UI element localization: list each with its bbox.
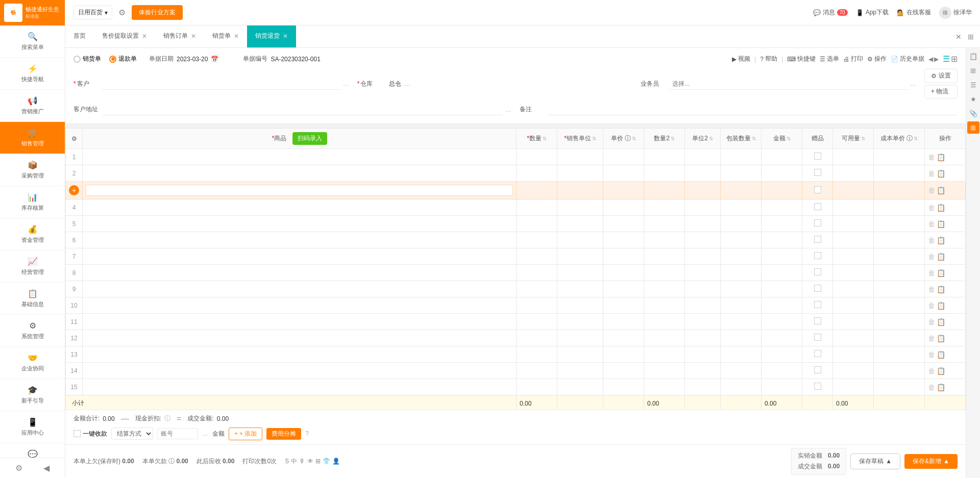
- gift-cell[interactable]: [802, 314, 833, 330]
- tab-price-settings[interactable]: 售价提取设置 ✕: [94, 26, 155, 47]
- sales-unit-cell[interactable]: [557, 363, 603, 379]
- sidebar-item-system[interactable]: ⚙ 系统管理: [0, 315, 65, 347]
- cost-unit-cell[interactable]: [874, 314, 925, 330]
- next-record-icon[interactable]: ▶: [934, 56, 939, 63]
- delete-icon[interactable]: 🗑: [928, 285, 935, 293]
- copy-icon[interactable]: 📋: [937, 220, 945, 228]
- unit2-cell[interactable]: [685, 216, 721, 232]
- unit2-cell[interactable]: [685, 297, 721, 314]
- logistics-btn[interactable]: + 物流: [924, 85, 958, 98]
- amount-cell[interactable]: [762, 149, 802, 165]
- sales-unit-cell[interactable]: [557, 314, 603, 330]
- tab-sales-order[interactable]: 销售订单 ✕: [155, 26, 204, 47]
- copy-icon[interactable]: 📋: [937, 318, 945, 326]
- notes-input[interactable]: [548, 104, 958, 115]
- qty-cell[interactable]: [517, 182, 557, 199]
- available-cell[interactable]: [833, 199, 874, 216]
- qty-cell[interactable]: [517, 379, 557, 395]
- product-cell[interactable]: [83, 248, 517, 265]
- unit-price-cell[interactable]: [603, 314, 644, 330]
- gift-cell[interactable]: [802, 182, 833, 199]
- sales-unit-cell[interactable]: [557, 346, 603, 363]
- amount-cell[interactable]: [762, 297, 802, 314]
- unit-price-cell[interactable]: [603, 232, 644, 248]
- help-action[interactable]: ? 帮助: [760, 55, 777, 63]
- customer-dots[interactable]: …: [343, 80, 349, 87]
- product-cell[interactable]: [83, 216, 517, 232]
- product-cell[interactable]: [83, 199, 517, 216]
- online-service-item[interactable]: 💁 在线客服: [897, 8, 931, 17]
- delete-icon[interactable]: 🗑: [928, 204, 935, 212]
- available-cell[interactable]: [833, 149, 874, 165]
- history-action[interactable]: 📄 历史单据: [891, 55, 924, 63]
- available-cell[interactable]: [833, 248, 874, 265]
- cost-unit-cell[interactable]: [874, 182, 925, 199]
- calc-method-select[interactable]: 结算方式: [111, 427, 153, 440]
- close-price-settings[interactable]: ✕: [142, 33, 147, 40]
- available-cell[interactable]: [833, 265, 874, 281]
- cost-unit-cell[interactable]: [874, 346, 925, 363]
- gift-cell[interactable]: [802, 265, 833, 281]
- qty-cell[interactable]: [517, 232, 557, 248]
- address-input[interactable]: [102, 104, 502, 115]
- gift-cell[interactable]: [802, 330, 833, 346]
- copy-icon[interactable]: 📋: [937, 285, 945, 293]
- sales-unit-cell[interactable]: [557, 248, 603, 265]
- gift-cell[interactable]: [802, 149, 833, 165]
- qty2-cell[interactable]: [644, 297, 685, 314]
- gift-checkbox[interactable]: [814, 186, 821, 193]
- gift-checkbox[interactable]: [814, 285, 821, 292]
- unit-price-cell[interactable]: [603, 265, 644, 281]
- delete-icon[interactable]: 🗑: [928, 269, 935, 277]
- unit2-cell[interactable]: [685, 314, 721, 330]
- amount-cell[interactable]: [762, 363, 802, 379]
- right-icon-6[interactable]: ⊞: [967, 121, 979, 134]
- unit2-cell[interactable]: [685, 232, 721, 248]
- unit-price-cell[interactable]: [603, 199, 644, 216]
- pkg-qty-cell[interactable]: [721, 379, 762, 395]
- amount-cell[interactable]: [762, 248, 802, 265]
- one-click-pay-checkbox[interactable]: 一键收款: [74, 430, 107, 438]
- qty2-cell[interactable]: [644, 314, 685, 330]
- staff-dots[interactable]: …: [910, 80, 916, 87]
- gift-checkbox[interactable]: [814, 383, 821, 390]
- amount-cell[interactable]: [762, 379, 802, 395]
- qty2-cell[interactable]: [644, 232, 685, 248]
- sidebar-item-finance[interactable]: 💰 资金管理: [0, 218, 65, 250]
- cost-unit-cell[interactable]: [874, 379, 925, 395]
- table-settings-icon[interactable]: ⚙: [71, 135, 77, 142]
- sidebar-item-operations[interactable]: 📈 经营管理: [0, 250, 65, 283]
- gift-checkbox[interactable]: [814, 350, 821, 357]
- available-cell[interactable]: [833, 363, 874, 379]
- sidebar-item-newbie[interactable]: 🎓 新手引导: [0, 379, 65, 411]
- delete-icon[interactable]: 🗑: [928, 383, 935, 391]
- sales-unit-cell[interactable]: [557, 232, 603, 248]
- sales-unit-cell[interactable]: [557, 265, 603, 281]
- amount-cell[interactable]: [762, 314, 802, 330]
- sidebar-item-purchase[interactable]: 📦 采购管理: [0, 154, 65, 186]
- cost-unit-cell[interactable]: [874, 165, 925, 182]
- close-sales-order[interactable]: ✕: [191, 33, 196, 40]
- qty-cell[interactable]: [517, 248, 557, 265]
- gift-checkbox[interactable]: [814, 153, 821, 160]
- qty-cell[interactable]: [517, 216, 557, 232]
- settings-btn[interactable]: ⚙ 设置: [924, 69, 958, 83]
- amount-cell[interactable]: [762, 281, 802, 297]
- qty-cell[interactable]: [517, 281, 557, 297]
- qty-cell[interactable]: [517, 314, 557, 330]
- unit-price-cell[interactable]: [603, 149, 644, 165]
- qty2-cell[interactable]: [644, 379, 685, 395]
- copy-icon[interactable]: 📋: [937, 334, 945, 342]
- unit2-cell[interactable]: [685, 182, 721, 199]
- scan-btn[interactable]: 扫码录入: [292, 132, 327, 145]
- company-dropdown[interactable]: 日用百货 ▾: [74, 6, 112, 19]
- unit2-cell[interactable]: [685, 199, 721, 216]
- available-cell[interactable]: [833, 297, 874, 314]
- delete-icon[interactable]: 🗑: [928, 169, 935, 178]
- sales-unit-cell[interactable]: [557, 199, 603, 216]
- gift-cell[interactable]: [802, 379, 833, 395]
- pkg-qty-cell[interactable]: [721, 165, 762, 182]
- copy-icon[interactable]: 📋: [937, 301, 945, 310]
- sidebar-item-sales[interactable]: 🛒 销售管理: [0, 122, 65, 154]
- gift-checkbox[interactable]: [814, 334, 821, 341]
